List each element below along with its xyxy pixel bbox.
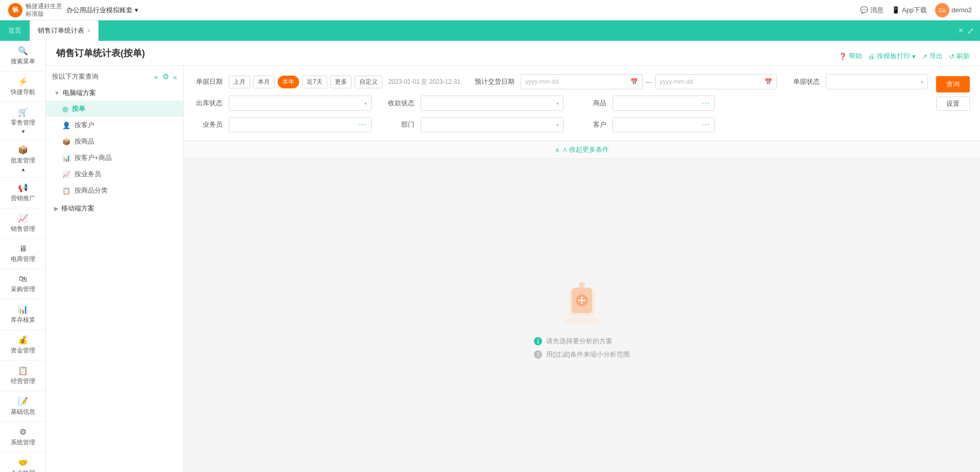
scheme-section-mobile-header[interactable]: ▶ 移动端方案 — [46, 201, 183, 216]
basic-icon: 📝 — [18, 396, 28, 406]
calendar-end-icon: 📅 — [765, 78, 772, 85]
date-btn-this-year[interactable]: 本年 — [278, 76, 299, 88]
sidebar-item-retail[interactable]: 🛒 零售管理 ▼ — [0, 102, 45, 140]
tab-bar-actions: × ⤢ — [959, 26, 980, 36]
delivery-status-select[interactable]: ▾ — [229, 96, 372, 111]
scheme-item-by-customer-goods[interactable]: 📊 按客户+商品 — [46, 150, 183, 166]
tab-home[interactable]: 首页 — [0, 20, 30, 41]
sidebar-item-quick-nav[interactable]: ⚡ 快捷导航 — [0, 72, 45, 102]
bill-status-select[interactable]: ▾ — [826, 74, 928, 89]
scheme-panel: 按以下方案查询 + ⚙ « ▼ 电脑端方案 ◎ 按单 — [46, 66, 184, 472]
empty-tips: 1 请先选择要分析的方案 2 用[过滤]条件来缩小分析范围 — [534, 337, 629, 359]
tip-item-1: 1 请先选择要分析的方案 — [534, 337, 629, 346]
sidebar-item-sales[interactable]: 📈 销售管理 — [0, 208, 45, 239]
search-icon: 🔍 — [18, 46, 28, 56]
department-select[interactable]: ▾ — [421, 117, 564, 132]
purchase-icon: 🛍 — [19, 274, 27, 284]
scheme-settings-btn[interactable]: ⚙ — [162, 72, 169, 81]
help-icon: ❓ — [839, 53, 847, 60]
filter-row-3: 业务员 ··· 部门 ▾ 客户 — [194, 117, 928, 132]
logo-icon: 畅 — [8, 3, 22, 17]
date-label: 单据日期 — [194, 77, 223, 86]
goods-dots-icon[interactable]: ··· — [702, 99, 710, 108]
tip-num-2: 2 — [534, 350, 542, 359]
tab-sales-stats[interactable]: 销售订单统计表 × — [30, 20, 99, 41]
refresh-icon: ↺ — [949, 53, 954, 60]
app-download-btn[interactable]: 📱 App下载 — [892, 6, 927, 15]
sidebar-item-search-menu[interactable]: 🔍 搜索菜单 — [0, 41, 45, 72]
sidebar-item-operation[interactable]: 📋 经营管理 — [0, 361, 45, 391]
date-btn-group: 上月 本月 本年 近7天 更多 自定义 — [229, 76, 382, 88]
logo-text: 畅捷通好生意 标准版 — [26, 3, 62, 17]
print-btn[interactable]: 🖨 按模板打印 ▾ — [868, 52, 916, 61]
delivery-arrow-icon: ▾ — [364, 101, 367, 106]
sidebar-item-finance[interactable]: 💰 资金管理 — [0, 330, 45, 361]
expected-date-label: 预计交货日期 — [475, 77, 514, 86]
sidebar-item-basic[interactable]: 📝 基础信息 — [0, 391, 45, 422]
pc-section-label: 电脑端方案 — [63, 88, 96, 98]
operation-icon: 📋 — [18, 366, 28, 375]
date-btn-more[interactable]: 更多 — [330, 76, 352, 88]
print-arrow-icon: ▾ — [912, 53, 916, 60]
tab-minimize-icon[interactable]: × — [959, 26, 963, 35]
sidebar-item-inventory[interactable]: 📊 库存核算 — [0, 299, 45, 330]
scheme-add-btn[interactable]: + — [154, 73, 158, 81]
page-header: 销售订单统计表(按单) ❓ 帮助 🖨 按模板打印 ▾ ↗ 导出 ↺ 刷新 — [46, 41, 980, 66]
scheme-item-by-order[interactable]: ◎ 按单 — [46, 101, 183, 117]
date-btn-custom[interactable]: 自定义 — [355, 76, 382, 88]
scheme-item-by-customer[interactable]: 👤 按客户 — [46, 117, 183, 133]
ecommerce-icon: 🖥 — [19, 244, 27, 253]
help-btn[interactable]: ❓ 帮助 — [839, 52, 862, 61]
tab-close-icon[interactable]: × — [87, 28, 90, 34]
export-btn[interactable]: ↗ 导出 — [922, 52, 943, 61]
scheme-item-by-goods[interactable]: 📦 按商品 — [46, 133, 183, 150]
quick-nav-icon: ⚡ — [18, 77, 28, 86]
goods-select[interactable]: ··· — [612, 96, 715, 111]
sidebar-item-system[interactable]: ⚙ 系统管理 — [0, 422, 45, 453]
salesperson-select[interactable]: ··· — [229, 117, 372, 132]
sidebar-item-wholesale[interactable]: 📦 批发管理 ▲ — [0, 140, 45, 178]
finance-icon: 💰 — [18, 335, 28, 345]
collapse-row[interactable]: ∧ ∧ 收起更多条件 — [184, 141, 980, 159]
expected-date-start[interactable]: yyyy-mm-dd 📅 — [521, 74, 642, 89]
collapse-icon: ∧ — [555, 146, 560, 154]
wholesale-arrow-icon: ▲ — [21, 167, 26, 172]
expected-date-group: yyyy-mm-dd 📅 — yyyy-mm-dd 📅 — [521, 74, 777, 89]
scheme-item-by-salesperson[interactable]: 📈 按业务员 — [46, 166, 183, 182]
sidebar: 🔍 搜索菜单 ⚡ 快捷导航 🛒 零售管理 ▼ 📦 批发管理 ▲ 📢 营销推广 📈… — [0, 41, 46, 472]
department-arrow-icon: ▾ — [556, 122, 559, 128]
settings-btn[interactable]: 设置 — [936, 97, 970, 111]
refresh-btn[interactable]: ↺ 刷新 — [949, 52, 970, 61]
export-icon: ↗ — [922, 53, 927, 60]
tab-maximize-icon[interactable]: ⤢ — [967, 26, 974, 36]
search-btn[interactable]: 查询 — [936, 76, 970, 92]
chevron-down-icon: ▾ — [135, 6, 138, 14]
user-avatar-btn[interactable]: Ea demo2 — [935, 3, 972, 17]
scheme-header-actions: + ⚙ « — [154, 72, 177, 81]
sidebar-item-ecommerce[interactable]: 🖥 电商管理 — [0, 239, 45, 269]
top-bar: 畅 畅捷通好生意 标准版 办公用品行业模拟账套 ▾ 💬 消息 📱 App下载 E… — [0, 0, 980, 20]
empty-illustration — [554, 272, 610, 328]
scheme-item-by-category[interactable]: 📋 按商品分类 — [46, 182, 183, 199]
inventory-icon: 📊 — [18, 304, 28, 314]
expected-date-end[interactable]: yyyy-mm-dd 📅 — [655, 74, 777, 89]
sidebar-item-marketing[interactable]: 📢 营销推广 — [0, 178, 45, 208]
scheme-collapse-btn[interactable]: « — [173, 73, 177, 81]
main-layout: 🔍 搜索菜单 ⚡ 快捷导航 🛒 零售管理 ▼ 📦 批发管理 ▲ 📢 营销推广 📈… — [0, 41, 980, 472]
avatar: Ea — [935, 3, 949, 17]
sidebar-item-purchase[interactable]: 🛍 采购管理 — [0, 269, 45, 299]
receipt-status-select[interactable]: ▾ — [421, 96, 564, 111]
salesperson-dots-icon[interactable]: ··· — [359, 120, 367, 129]
receipt-status-label: 收款状态 — [386, 99, 414, 108]
sidebar-item-enterprise[interactable]: 🤝 企业协同 — [0, 453, 45, 472]
date-btn-last-month[interactable]: 上月 — [229, 76, 250, 88]
customer-label: 客户 — [578, 120, 606, 129]
app-selector[interactable]: 办公用品行业模拟账套 ▾ — [66, 6, 138, 15]
date-btn-this-month[interactable]: 本月 — [253, 76, 275, 88]
date-btn-last7days[interactable]: 近7天 — [302, 76, 327, 88]
customer-dots-icon[interactable]: ··· — [702, 120, 710, 129]
messages-btn[interactable]: 💬 消息 — [860, 6, 884, 15]
by-category-icon: 📋 — [62, 187, 70, 195]
customer-select[interactable]: ··· — [612, 117, 715, 132]
scheme-section-pc-header[interactable]: ▼ 电脑端方案 — [46, 85, 183, 101]
